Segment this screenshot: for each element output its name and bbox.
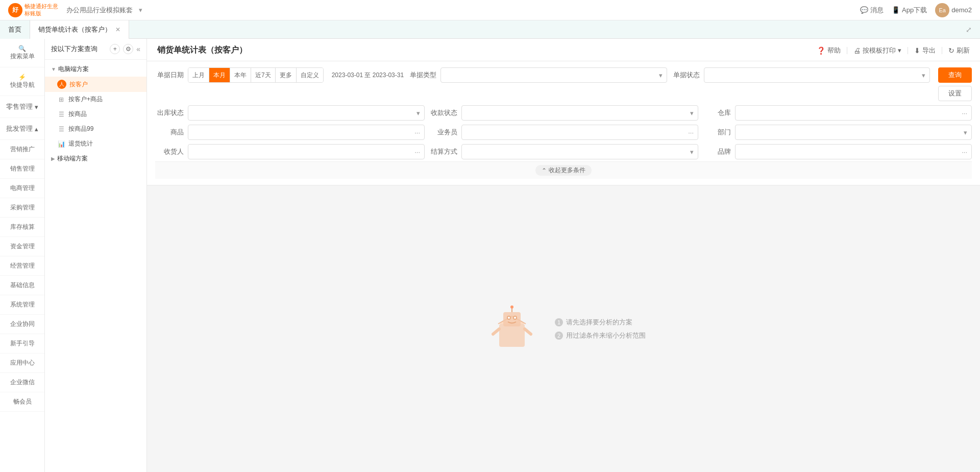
tree-section: ▼ 电脑端方案 人 按客户 ⊞ 按客户+商品 ☰ 按商品 ☰ 按商品99 <box>45 60 146 168</box>
top-header: 好 畅捷通好生意 标账版 办公用品行业模拟账套 ▾ 💬 消息 📱 App下载 E… <box>0 0 980 20</box>
date-custom[interactable]: 自定义 <box>297 68 323 82</box>
help-icon: ❓ <box>817 46 825 55</box>
tree-item-return-stats[interactable]: 📊 退货统计 <box>45 136 146 151</box>
tree-item-by-product-99[interactable]: ☰ 按商品99 <box>45 122 146 136</box>
svg-point-5 <box>514 317 516 319</box>
retail-arrow-icon: ▾ <box>35 103 38 111</box>
print-dropdown-icon[interactable]: ▾ <box>898 46 901 54</box>
sidebar-item-ecommerce[interactable]: 电商管理 <box>0 179 44 198</box>
tab-sales-stat[interactable]: 销货单统计表（按客户） ✕ <box>30 20 129 39</box>
sidebar-item-wholesale[interactable]: 批发管理 ▴ <box>0 118 44 140</box>
sidebar-item-retail[interactable]: 零售管理 ▾ <box>0 96 44 118</box>
department-select[interactable]: ▾ <box>735 125 972 140</box>
main-layout: 🔍 搜索菜单 ⚡ 快捷导航 零售管理 ▾ 批发管理 ▴ 营销推广 销售管理 电商… <box>0 39 980 472</box>
help-btn[interactable]: ❓ 帮助 <box>817 46 841 55</box>
sidebar-item-operations[interactable]: 经营管理 <box>0 256 44 276</box>
sidebar-item-finance[interactable]: 资金管理 <box>0 237 44 256</box>
collapse-panel-btn[interactable]: « <box>136 45 140 53</box>
tree-item-by-customer[interactable]: 人 按客户 <box>45 77 146 92</box>
wholesale-arrow-icon: ▴ <box>35 125 38 133</box>
sidebar-item-weixin[interactable]: 企业微信 <box>0 373 44 392</box>
sidebar-item-inventory[interactable]: 库存核算 <box>0 218 44 237</box>
salesperson-select[interactable]: ··· <box>461 125 698 140</box>
sidebar-item-system[interactable]: 系统管理 <box>0 295 44 315</box>
print-icon: 🖨 <box>853 46 861 55</box>
sales-stat-tab-label: 销货单统计表（按客户） <box>38 25 111 34</box>
divider-3 <box>942 47 942 54</box>
hint-num-1: 1 <box>555 318 563 326</box>
header-dropdown-icon[interactable]: ▾ <box>139 6 142 14</box>
date-label: 单据日期 <box>155 70 184 80</box>
date-last-month[interactable]: 上月 <box>188 68 209 82</box>
bar-chart-icon: 📊 <box>57 140 65 148</box>
sidebar-item-member[interactable]: 畅会员 <box>0 392 44 412</box>
out-status-select[interactable]: ▾ <box>188 105 425 121</box>
date-this-year[interactable]: 本年 <box>230 68 251 82</box>
payment-select[interactable]: ▾ <box>461 144 698 159</box>
tab-bar: 首页 销货单统计表（按客户） ✕ ⤢ <box>0 20 980 39</box>
search-icon: 🔍 <box>4 45 40 52</box>
svg-line-9 <box>525 329 531 334</box>
product-select[interactable]: ··· <box>188 125 425 140</box>
home-tab-label: 首页 <box>8 25 21 34</box>
sidebar-item-sales[interactable]: 销售管理 <box>0 159 44 179</box>
user-profile-btn[interactable]: Ea demo2 <box>935 3 972 17</box>
warehouse-select[interactable]: ··· <box>735 105 972 121</box>
hint-num-2: 2 <box>555 332 563 340</box>
receipt-status-select[interactable]: ▾ <box>461 105 698 121</box>
doc-status-select[interactable]: ▾ <box>704 67 930 83</box>
tab-close-icon[interactable]: ✕ <box>115 26 120 33</box>
tree-group-mobile-header[interactable]: ▶ 移动端方案 <box>45 151 146 166</box>
salesperson-label: 业务员 <box>429 128 457 137</box>
app-download-btn[interactable]: 📱 App下载 <box>892 6 927 15</box>
export-btn[interactable]: ⬇ 导出 <box>914 46 936 55</box>
collapse-btn[interactable]: ⌃ 收起更多条件 <box>535 165 592 176</box>
doc-type-arrow-icon: ▾ <box>659 72 663 79</box>
divider-1 <box>847 47 847 54</box>
query-btn[interactable]: 查询 <box>938 67 972 83</box>
brand-dots: ··· <box>962 148 967 156</box>
sidebar-item-enterprise[interactable]: 企业协同 <box>0 315 44 334</box>
settings-btn[interactable]: 设置 <box>938 86 972 101</box>
list2-icon: ☰ <box>57 125 65 133</box>
filter-area: 单据日期 上月 本月 本年 近7天 更多 自定义 2023-03-01 至 20… <box>147 61 980 185</box>
tree-item-by-customer-product[interactable]: ⊞ 按客户+商品 <box>45 92 146 107</box>
refresh-btn[interactable]: ↻ 刷新 <box>948 46 970 55</box>
sidebar-search[interactable]: 🔍 搜索菜单 <box>0 39 44 67</box>
svg-point-7 <box>510 305 513 309</box>
tab-home[interactable]: 首页 <box>0 20 30 39</box>
tab-maximize-btn[interactable]: ⤢ <box>962 26 976 34</box>
empty-illustration <box>481 298 543 360</box>
date-this-month[interactable]: 本月 <box>209 68 230 82</box>
sidebar-item-purchase[interactable]: 采购管理 <box>0 198 44 218</box>
avatar: Ea <box>935 3 949 17</box>
add-scheme-btn[interactable]: + <box>110 44 120 54</box>
sidebar-item-appcenter[interactable]: 应用中心 <box>0 353 44 373</box>
brand-select[interactable]: ··· <box>735 144 972 159</box>
empty-state: 1 请先选择要分析的方案 2 用过滤条件来缩小分析范围 <box>147 185 980 472</box>
header-right: 💬 消息 📱 App下载 Ea demo2 <box>860 3 972 17</box>
date-more[interactable]: 更多 <box>276 68 297 82</box>
sidebar: 🔍 搜索菜单 ⚡ 快捷导航 零售管理 ▾ 批发管理 ▴ 营销推广 销售管理 电商… <box>0 39 45 472</box>
tree-item-by-product[interactable]: ☰ 按商品 <box>45 107 146 122</box>
tree-group-mobile: ▶ 移动端方案 <box>45 151 146 166</box>
content-area: 销货单统计表（按客户） ❓ 帮助 🖨 按模板打印 ▾ ⬇ 导出 <box>147 39 980 472</box>
settings-scheme-btn[interactable]: ⚙ <box>123 44 133 54</box>
messages-btn[interactable]: 💬 消息 <box>860 6 884 15</box>
sidebar-item-onboarding[interactable]: 新手引导 <box>0 334 44 353</box>
consignee-dots: ··· <box>414 148 420 156</box>
salesperson-dots: ··· <box>688 129 694 136</box>
sidebar-item-basics[interactable]: 基础信息 <box>0 276 44 295</box>
sidebar-item-marketing[interactable]: 营销推广 <box>0 140 44 159</box>
consignee-select[interactable]: ··· <box>188 144 425 159</box>
page-title: 销货单统计表（按客户） <box>157 45 247 56</box>
doc-type-select[interactable]: ▾ <box>440 67 667 83</box>
tree-group-desktop-header[interactable]: ▼ 电脑端方案 <box>45 62 146 77</box>
export-icon: ⬇ <box>914 46 920 55</box>
doc-status-label: 单据状态 <box>671 70 700 80</box>
date-last-7-days[interactable]: 近7天 <box>251 68 276 82</box>
logo-area: 好 畅捷通好生意 标账版 <box>8 3 58 17</box>
warehouse-dots: ··· <box>962 109 967 117</box>
print-btn[interactable]: 🖨 按模板打印 ▾ <box>853 46 901 55</box>
sidebar-quick-nav[interactable]: ⚡ 快捷导航 <box>0 67 44 96</box>
